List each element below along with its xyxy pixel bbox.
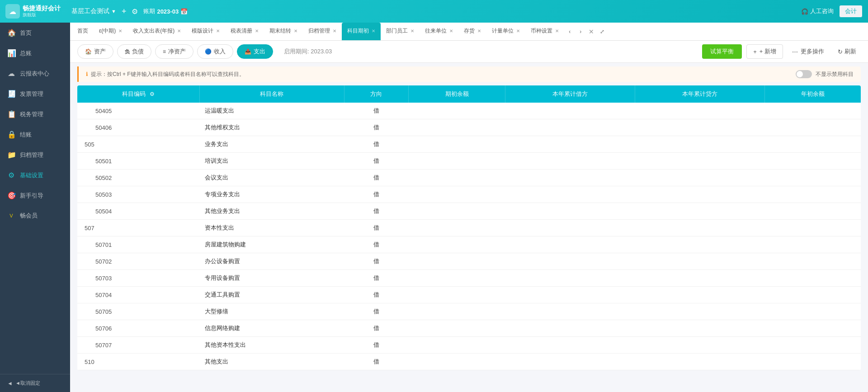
table-row[interactable]: 50504 其他业务支出 借 xyxy=(77,203,861,220)
tab-partner[interactable]: 往来单位✕ xyxy=(420,23,458,40)
calendar-icon[interactable]: 📅 xyxy=(180,8,188,15)
subtab-expense[interactable]: 📤 支出 xyxy=(237,44,273,59)
table-row[interactable]: 50502 会议支出 借 xyxy=(77,170,861,186)
cell-dir: 借 xyxy=(344,253,408,270)
tab-close-icon[interactable]: ✕ xyxy=(294,28,297,33)
table-row[interactable]: 510 其他支出 借 xyxy=(77,354,861,370)
table-row[interactable]: 50706 信息网络购建 借 xyxy=(77,320,861,337)
cell-name: 其他维权支出 xyxy=(199,119,344,136)
sidebar-item-checkout[interactable]: 🔒 结账 xyxy=(0,124,70,145)
table-row[interactable]: 507 资本性支出 借 xyxy=(77,220,861,236)
tab-close-all[interactable]: ✕ xyxy=(586,26,597,37)
tab-currency[interactable]: 币种设置✕ xyxy=(525,23,564,40)
sidebar-item-invoice[interactable]: 🧾 发票管理 xyxy=(0,84,70,104)
tab-close-icon[interactable]: ✕ xyxy=(555,28,559,33)
cell-credit xyxy=(635,153,764,170)
toggle-container: 不显示禁用科目 xyxy=(796,70,854,78)
checkout-icon: 🔒 xyxy=(7,130,15,139)
sidebar-collapse[interactable]: ◄ ◄取消固定 xyxy=(0,374,70,392)
cell-balance xyxy=(408,153,505,170)
account-button[interactable]: 会计 xyxy=(839,5,863,18)
toggle-switch[interactable] xyxy=(796,70,812,78)
table-row[interactable]: 50702 办公设备购置 借 xyxy=(77,253,861,270)
cell-year-balance xyxy=(764,153,861,170)
tab-middle[interactable]: ε(中期)✕ xyxy=(94,23,127,40)
sidebar-item-home[interactable]: 🏠 首页 xyxy=(0,23,70,43)
cell-balance xyxy=(408,119,505,136)
cell-name: 其他支出 xyxy=(199,354,344,370)
sidebar-item-archive[interactable]: 📁 归档管理 xyxy=(0,145,70,165)
cell-balance xyxy=(408,136,505,153)
sidebar-item-member[interactable]: V 畅会员 xyxy=(0,206,70,226)
tab-template[interactable]: 模版设计✕ xyxy=(186,23,225,40)
add-btn[interactable]: + + 新增 xyxy=(746,44,783,59)
tab-close-icon[interactable]: ✕ xyxy=(333,28,336,33)
cell-debit xyxy=(505,119,635,136)
tab-annual[interactable]: 收入支出表(年报)✕ xyxy=(127,23,186,40)
refresh-btn[interactable]: ↻ 刷新 xyxy=(833,45,861,58)
subtab-income[interactable]: 🔵 收入 xyxy=(197,44,233,59)
balance-btn[interactable]: 试算平衡 xyxy=(702,44,742,59)
cell-name: 资本性支出 xyxy=(199,220,344,236)
service-button[interactable]: 🎧 人工咨询 xyxy=(801,7,834,15)
tab-close-icon[interactable]: ✕ xyxy=(118,28,122,33)
app-sub: 旗舰版 xyxy=(23,12,61,18)
tab-home[interactable]: 首页 xyxy=(72,23,94,40)
sidebar-item-reports[interactable]: ☁ 云报表中心 xyxy=(0,63,70,84)
sidebar-item-ledger[interactable]: 📊 总账 xyxy=(0,43,70,63)
cell-debit xyxy=(505,203,635,220)
cell-code: 50501 xyxy=(77,153,199,170)
table-row[interactable]: 50705 大型修缮 借 xyxy=(77,303,861,320)
cell-dir: 借 xyxy=(344,136,408,153)
cell-name: 其他资本性支出 xyxy=(199,337,344,354)
table-row[interactable]: 50503 专项业务支出 借 xyxy=(77,186,861,203)
table-row[interactable]: 50707 其他资本性支出 借 xyxy=(77,337,861,354)
dropdown-icon[interactable]: ▼ xyxy=(111,9,116,14)
table-row[interactable]: 50704 交通工具购置 借 xyxy=(77,287,861,303)
headset-icon: 🎧 xyxy=(801,8,808,15)
sidebar-item-settings[interactable]: ⚙ 基础设置 xyxy=(0,165,70,185)
table-row[interactable]: 50405 运温暖支出 借 xyxy=(77,103,861,119)
tab-close-icon[interactable]: ✕ xyxy=(477,28,481,33)
cell-code: 507 xyxy=(77,220,199,236)
table-row[interactable]: 50406 其他维权支出 借 xyxy=(77,119,861,136)
tab-expand[interactable]: ⤢ xyxy=(597,26,608,37)
tab-close-icon[interactable]: ✕ xyxy=(216,28,220,33)
more-btn[interactable]: ⋯ 更多操作 xyxy=(788,45,829,58)
cell-credit xyxy=(635,287,764,303)
tab-close-icon[interactable]: ✕ xyxy=(410,28,414,33)
tab-close-icon[interactable]: ✕ xyxy=(449,28,453,33)
tab-unit[interactable]: 计量单位✕ xyxy=(486,23,525,40)
sidebar-item-tax[interactable]: 📋 税务管理 xyxy=(0,104,70,124)
tab-subject-init[interactable]: 科目期初✕ xyxy=(342,23,381,40)
add-icon[interactable]: + xyxy=(122,7,127,16)
tab-inventory[interactable]: 存货✕ xyxy=(458,23,486,40)
cell-year-balance xyxy=(764,337,861,354)
tab-close-icon[interactable]: ✕ xyxy=(255,28,259,33)
cell-credit xyxy=(635,203,764,220)
subtab-liability-label: 负债 xyxy=(132,47,144,56)
tab-archive[interactable]: 归档管理✕ xyxy=(303,23,342,40)
subtab-assets[interactable]: 🏠 资产 xyxy=(77,44,113,59)
settings-icon[interactable]: ⚙ xyxy=(132,7,138,16)
table-row[interactable]: 50703 专用设备购置 借 xyxy=(77,270,861,287)
tab-dept[interactable]: 部门员工✕ xyxy=(381,23,420,40)
subtab-liability[interactable]: 负 负债 xyxy=(117,44,151,59)
sidebar-label-checkout: 结账 xyxy=(20,131,32,139)
tab-carry[interactable]: 期末结转✕ xyxy=(264,23,303,40)
table-row[interactable]: 50701 房屋建筑物购建 借 xyxy=(77,236,861,253)
cell-dir: 借 xyxy=(344,303,408,320)
tab-close-icon[interactable]: ✕ xyxy=(372,28,375,33)
tab-tax[interactable]: 税表清册✕ xyxy=(225,23,264,40)
tab-scroll-right[interactable]: › xyxy=(575,26,586,37)
tab-scroll-left[interactable]: ‹ xyxy=(564,26,575,37)
cell-debit xyxy=(505,303,635,320)
company-name[interactable]: 基层工会测试 ▼ xyxy=(71,7,116,15)
col-code-settings-icon[interactable]: ⚙ xyxy=(150,91,155,97)
tab-close-icon[interactable]: ✕ xyxy=(516,28,520,33)
tab-close-icon[interactable]: ✕ xyxy=(177,28,181,33)
subtab-net-assets[interactable]: ≡ 净资产 xyxy=(155,44,193,59)
table-row[interactable]: 505 业务支出 借 xyxy=(77,136,861,153)
sidebar-item-guide[interactable]: 🎯 新手引导 xyxy=(0,185,70,206)
table-row[interactable]: 50501 培训支出 借 xyxy=(77,153,861,170)
